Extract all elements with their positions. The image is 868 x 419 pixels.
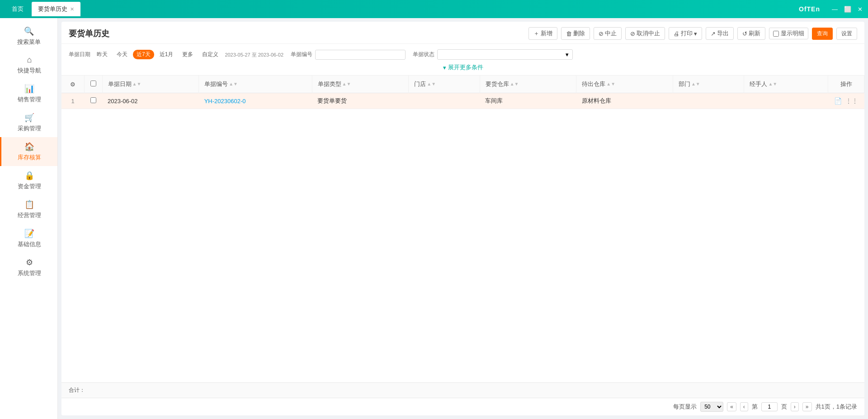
sidebar-item-purchase[interactable]: 🛒 采购管理	[0, 108, 57, 137]
shortcut-more[interactable]: 更多	[179, 50, 197, 59]
date-filter: 单据日期 昨天 今天 近7天 近1月 更多 自定义 2023-05-27 至 2…	[69, 50, 283, 59]
shortcut-today[interactable]: 今天	[113, 50, 131, 59]
maximize-btn[interactable]: ⬜	[844, 6, 851, 13]
delete-icon: 🗑	[566, 30, 572, 37]
table-settings-icon[interactable]: ⚙	[70, 81, 75, 88]
row-type: 要货单要货	[312, 93, 409, 109]
page-size-select[interactable]: 50 20 100 200	[700, 402, 723, 412]
doc-status-filter: 单据状态 ▾	[413, 49, 573, 60]
close-btn[interactable]: ✕	[858, 6, 863, 13]
page-title: 要货单历史	[69, 28, 109, 39]
row-number-link[interactable]: YH-20230602-0	[204, 98, 246, 105]
settings-button[interactable]: 设置	[836, 28, 857, 40]
th-date[interactable]: 单据日期 ▲▼	[102, 76, 199, 93]
doc-number-label: 单据编号	[291, 51, 312, 58]
th-department[interactable]: 部门 ▲▼	[673, 76, 744, 93]
doc-status-label: 单据状态	[413, 51, 434, 58]
th-number-label: 单据编号	[204, 80, 228, 88]
display-detail-input[interactable]	[773, 31, 779, 37]
th-ops-label: 操作	[840, 81, 852, 87]
th-pending-warehouse[interactable]: 待出仓库 ▲▼	[576, 76, 673, 93]
tab-home-label: 首页	[12, 5, 24, 13]
search-icon: 🔍	[24, 26, 34, 36]
stop-button[interactable]: ⊘ 中止	[594, 27, 622, 40]
sidebar-item-sales[interactable]: 📊 销售管理	[0, 79, 57, 108]
tab-home[interactable]: 首页	[5, 2, 30, 16]
table-footer: 合计：	[61, 382, 864, 398]
goto-suffix: 页	[781, 403, 787, 411]
table-header: ⚙ 单据日期 ▲▼	[61, 76, 864, 93]
doc-number-input[interactable]	[315, 50, 406, 60]
sidebar-item-basic-info-label: 基础信息	[18, 240, 41, 248]
delete-button[interactable]: 🗑 删除	[561, 27, 590, 40]
sidebar-item-inventory[interactable]: 🏠 库存核算	[0, 137, 57, 166]
window-controls: OfTEn — ⬜ ✕	[799, 5, 863, 13]
more-icon[interactable]: ⋮⋮	[845, 97, 858, 105]
page-input[interactable]	[761, 402, 778, 411]
shortcut-last1month[interactable]: 近1月	[156, 50, 177, 59]
first-page-btn[interactable]: «	[727, 402, 736, 411]
th-pending-warehouse-label: 待出仓库	[582, 80, 605, 88]
delete-label: 删除	[573, 29, 585, 38]
th-settings[interactable]: ⚙	[61, 76, 84, 93]
req-warehouse-sort-icon: ▲▼	[510, 82, 519, 86]
th-number[interactable]: 单据编号 ▲▼	[199, 76, 312, 93]
tab-list: 首页 要货单历史 ✕	[5, 2, 799, 16]
doc-status-select[interactable]: ▾	[437, 49, 573, 60]
shortcut-last7days[interactable]: 近7天	[133, 50, 154, 59]
export-label: 导出	[717, 29, 729, 38]
sidebar-item-system[interactable]: ⚙ 系统管理	[0, 253, 57, 282]
select-all-checkbox[interactable]	[90, 81, 96, 86]
filter-area: 单据日期 昨天 今天 近7天 近1月 更多 自定义 2023-05-27 至 2…	[61, 44, 864, 76]
row-checkbox[interactable]	[90, 97, 96, 103]
th-type[interactable]: 单据类型 ▲▼	[312, 76, 409, 93]
next-page-btn[interactable]: ›	[791, 402, 799, 411]
sidebar-item-purchase-label: 采购管理	[18, 124, 41, 133]
row-pending-warehouse: 原材料仓库	[576, 93, 673, 109]
prev-page-btn[interactable]: ‹	[740, 402, 748, 411]
sidebar-item-quick-nav[interactable]: ⌂ 快捷导航	[0, 51, 57, 79]
shortcut-yesterday[interactable]: 昨天	[93, 50, 111, 59]
store-sort-icon: ▲▼	[427, 82, 436, 86]
th-handler[interactable]: 经手人 ▲▼	[744, 76, 828, 93]
export-button[interactable]: ↗ 导出	[706, 27, 734, 40]
sidebar-item-operations-label: 经营管理	[18, 211, 41, 219]
refresh-label: 刷新	[749, 29, 760, 38]
refresh-button[interactable]: ↺ 刷新	[737, 27, 765, 40]
expand-more-btn[interactable]: ▾ 展开更多条件	[69, 63, 857, 71]
row-department	[673, 93, 744, 109]
row-store	[409, 93, 480, 109]
shortcut-custom[interactable]: 自定义	[198, 50, 222, 59]
cancel-stop-label: 取消中止	[637, 29, 660, 38]
th-handler-label: 经手人	[750, 80, 767, 88]
top-bar: 首页 要货单历史 ✕ OfTEn — ⬜ ✕	[0, 0, 868, 18]
cancel-stop-button[interactable]: ⊘ 取消中止	[625, 27, 665, 40]
last-page-btn[interactable]: »	[802, 402, 812, 411]
sidebar-item-operations[interactable]: 📋 经营管理	[0, 195, 57, 224]
date-range-text: 2023-05-27 至 2023-06-02	[225, 52, 283, 58]
type-sort-icon: ▲▼	[342, 82, 351, 86]
sidebar-search[interactable]: 🔍 搜索菜单	[0, 22, 57, 51]
th-req-warehouse[interactable]: 要货仓库 ▲▼	[480, 76, 576, 93]
th-type-label: 单据类型	[318, 80, 341, 88]
print-icon: 🖨	[674, 30, 679, 37]
purchase-icon: 🛒	[24, 113, 34, 123]
sidebar-item-basic-info[interactable]: 📝 基础信息	[0, 224, 57, 253]
sidebar-item-sales-label: 销售管理	[18, 95, 41, 104]
add-button[interactable]: ＋ 新增	[528, 27, 557, 40]
th-date-label: 单据日期	[108, 80, 132, 88]
filter-row-1: 单据日期 昨天 今天 近7天 近1月 更多 自定义 2023-05-27 至 2…	[69, 49, 857, 60]
stop-icon: ⊘	[599, 30, 604, 37]
display-detail-checkbox[interactable]: 显示明细	[769, 28, 808, 39]
tab-close-icon[interactable]: ✕	[70, 6, 74, 12]
cancel-stop-icon: ⊘	[630, 30, 635, 37]
print-button[interactable]: 🖨 打印 ▾	[669, 27, 702, 40]
th-store[interactable]: 门店 ▲▼	[409, 76, 480, 93]
query-button[interactable]: 查询	[812, 28, 833, 40]
sidebar-item-finance[interactable]: 🔒 资金管理	[0, 166, 57, 195]
tab-requisition-history[interactable]: 要货单历史 ✕	[32, 2, 80, 16]
row-handler	[744, 93, 828, 109]
view-icon[interactable]: 📄	[834, 97, 842, 105]
sidebar-item-quick-nav-label: 快捷导航	[18, 67, 41, 75]
minimize-btn[interactable]: —	[832, 6, 838, 13]
